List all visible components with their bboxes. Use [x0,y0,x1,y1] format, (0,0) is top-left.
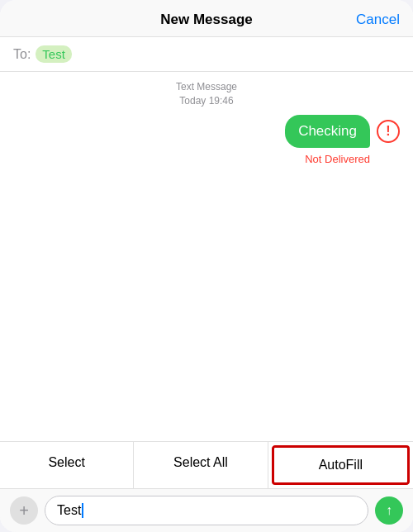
select-all-button[interactable]: Select All [134,442,268,488]
text-cursor [82,503,83,518]
phone-container: New Message Cancel To: Test Text Message… [0,0,413,532]
message-time-label: Text Message Today 19:46 [13,80,400,108]
bottom-area: Select Select All AutoFill + Test ↑ [0,441,413,532]
to-field: To: Test [0,37,413,72]
header-title: New Message [160,12,253,28]
message-input[interactable]: Test [45,496,368,525]
send-button[interactable]: ↑ [375,496,403,525]
context-menu: Select Select All AutoFill [0,441,413,489]
recipient-chip[interactable]: Test [36,45,72,63]
messages-area: Text Message Today 19:46 Checking ! Not … [0,72,413,441]
error-icon: ! [377,120,400,143]
plus-icon: + [19,502,29,519]
input-bar: + Test ↑ [0,489,413,532]
cancel-button[interactable]: Cancel [356,12,400,28]
send-icon: ↑ [386,504,392,517]
select-button[interactable]: Select [0,442,134,488]
autofill-button[interactable]: AutoFill [272,445,410,485]
input-text-value: Test [57,503,81,518]
not-delivered-label: Not Delivered [13,153,370,165]
message-row: Checking ! [13,115,400,148]
header: New Message Cancel [0,0,413,37]
message-bubble: Checking [285,115,370,148]
error-exclamation: ! [386,125,390,138]
to-label: To: [13,47,31,62]
add-attachment-button[interactable]: + [10,496,38,525]
